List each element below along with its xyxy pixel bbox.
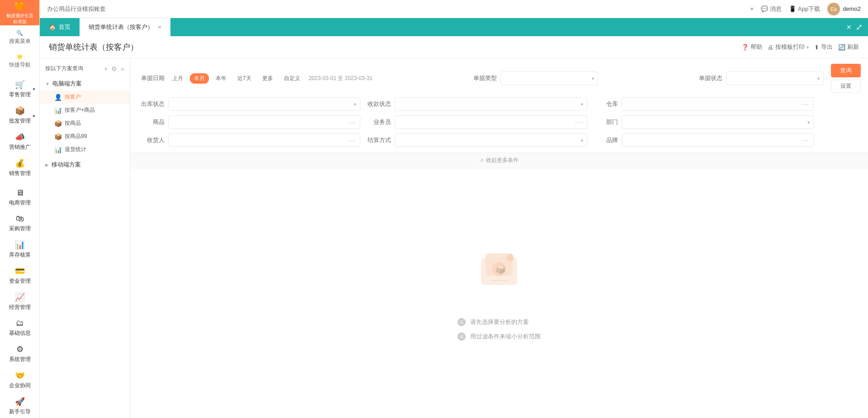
sidebar-item-basic[interactable]: 🗂 基础信息 [0,315,39,341]
marketing-icon: 📣 [15,132,25,142]
date-btn-thisyear[interactable]: 本年 [212,73,231,84]
scheme-by-customer-product[interactable]: 📊 按客户+商品 [40,104,130,117]
mobile-scheme-group[interactable]: ▶ 移动端方案 [40,158,130,171]
filter-row-4: 收货人 ··· 结算方式 ▾ 品牌 ··· [137,133,861,147]
collapse-text: ∧ 收起更多条件 [480,157,518,163]
sidebar-item-marketing[interactable]: 📣 营销推广 [0,128,39,155]
scheme-return-stats[interactable]: 📊 退货统计 [40,143,130,156]
salesperson-select[interactable]: ··· [395,115,587,129]
sidebar-item-ecommerce[interactable]: 🖥 电商管理 [0,185,39,210]
left-panel-icons: + ⚙ « [104,65,124,72]
scheme-by-product99[interactable]: 📦 按商品99 [40,130,130,143]
stock-status-select[interactable]: ▾ [168,97,360,111]
product-scheme-label: 按商品 [65,119,81,127]
export-btn[interactable]: ⬆ 导出 [814,43,833,51]
app-download-action[interactable]: 📱 App下载 [789,5,820,13]
user-area[interactable]: Ea demo2 [827,3,861,15]
home-icon: 🏠 [49,24,56,31]
sidebar-item-finance[interactable]: 💳 资金管理 [0,262,39,289]
tab-window-controls: × ⤢ [846,22,868,32]
settlement-label: 结算方式 [364,136,391,144]
brand-dots: ··· [802,137,810,144]
brand-select[interactable]: ··· [622,133,814,147]
order-type-select[interactable]: ▾ [500,71,598,85]
export-label: 导出 [821,43,833,51]
mobile-group-label: 移动端方案 [52,161,81,169]
sidebar-item-purchase[interactable]: 🛍 采购管理 [0,210,39,236]
sidebar-item-quicknav[interactable]: ⭐ 快捷导航 [0,50,39,72]
retail-arrow: ▼ [32,87,36,91]
help-label: 帮助 [750,43,762,51]
sidebar-item-inventory[interactable]: 📊 库存核算 [0,236,39,262]
order-status-arrow: ▾ [817,76,820,81]
maximize-icon[interactable]: ⤢ [856,22,863,32]
cust-prod-scheme-label: 按客户+商品 [65,106,95,114]
settlement-select[interactable]: ▾ [395,133,587,147]
receiver-select[interactable]: ··· [168,133,360,147]
salesperson-label: 业务员 [364,118,391,126]
sidebar-item-operations[interactable]: 📈 经营管理 [0,289,39,315]
left-panel-header: 按以下方案查询 + ⚙ « [40,62,130,75]
collapse-bar[interactable]: ∧ 收起更多条件 [130,153,868,168]
operations-icon: 📈 [15,292,25,302]
newuser-icon: 🚀 [15,397,25,407]
department-select[interactable]: ▾ [622,115,814,129]
sidebar-item-wholesale[interactable]: 📦 批发管理 ▲ [0,102,39,128]
sidebar-item-enterprise[interactable]: 🤝 企业协同 [0,367,39,393]
help-btn[interactable]: ❓ 帮助 [741,43,762,51]
receiver-dots: ··· [349,137,357,144]
tabs-bar: 🏠 首页 销货单统计表（按客户） × × ⤢ [40,18,868,36]
order-status-label: 单据状态 [695,74,722,82]
date-btn-lastmonth[interactable]: 上月 [168,73,187,84]
print-icon: 🖨 [768,44,774,51]
payment-status-label: 收款状态 [364,100,391,108]
home-label: 首页 [59,23,71,31]
pc-scheme-group: ▼ 电脑端方案 👤 按客户 📊 按客户+商品 📦 按商品 [40,75,130,158]
return-scheme-icon: 📊 [54,146,62,153]
stock-status-label: 出库状态 [137,100,165,108]
date-btn-thismonth[interactable]: 本月 [190,73,209,84]
message-action[interactable]: 💬 消息 [761,5,782,13]
scheme-by-customer[interactable]: 👤 按客户 [40,90,130,104]
settings-button[interactable]: 设置 [831,80,861,93]
settings-scheme-icon[interactable]: ⚙ [111,65,117,72]
date-btn-more[interactable]: 更多 [258,73,277,84]
add-scheme-icon[interactable]: + [104,65,108,72]
sidebar-item-retail[interactable]: 🛒 零售管理 ▼ [0,76,39,102]
purchase-icon: 🛍 [16,214,24,223]
right-panel: 单据日期 上月 本月 本年 近7天 更多 自定义 2023-03-01 至 20… [130,58,868,418]
pc-group-title[interactable]: ▼ 电脑端方案 [40,77,130,90]
enterprise-icon: 🤝 [15,370,25,380]
sidebar-item-newuser[interactable]: 🚀 新手引导 [0,393,39,418]
ecommerce-icon: 🖥 [16,188,24,198]
warehouse-select[interactable]: ··· [622,97,814,111]
system-icon: ⚙ [16,344,24,354]
sidebar-item-search[interactable]: 🔍 搜索菜单 [0,25,39,50]
refresh-btn[interactable]: 🔄 刷新 [838,43,859,51]
tab-home[interactable]: 🏠 首页 [40,18,80,36]
template-print-btn[interactable]: 🖨 按模板打印 ▾ [768,43,809,51]
query-button[interactable]: 查询 [831,64,861,77]
filter-row-2: 出库状态 ▾ 收款状态 ▾ 仓库 ··· [137,97,861,111]
date-btn-7days[interactable]: 近7天 [233,73,255,84]
customer-scheme-label: 按客户 [65,93,81,101]
sidebar: 🧡 畅捷通好生意 标准版 🔍 搜索菜单 ⭐ 快捷导航 🛒 零售管理 ▼ 📦 批发… [0,0,40,418]
order-status-select[interactable]: ▾ [726,71,824,85]
tab-active[interactable]: 销货单统计表（按客户） × [80,18,170,36]
close-window-icon[interactable]: × [846,23,851,32]
sidebar-item-sales[interactable]: 💰 销售管理 [0,155,39,181]
tab-close-icon[interactable]: × [158,24,161,31]
scheme-by-product[interactable]: 📦 按商品 [40,117,130,130]
date-range: 2023-03-01 至 2023-03-31 [309,75,373,82]
product-select[interactable]: ··· [168,115,360,129]
collapse-panel-icon[interactable]: « [121,65,124,72]
dropdown-arrow[interactable]: ▾ [750,5,754,12]
date-btn-custom[interactable]: 自定义 [280,73,304,84]
download-icon: 📱 [789,5,796,12]
page-title: 销货单统计表（按客户） [49,42,138,52]
payment-status-arrow: ▾ [581,102,583,107]
inventory-label: 库存核算 [9,251,31,259]
payment-status-select[interactable]: ▾ [395,97,587,111]
purchase-label: 采购管理 [9,225,31,233]
sidebar-item-system[interactable]: ⚙ 系统管理 [0,341,39,367]
